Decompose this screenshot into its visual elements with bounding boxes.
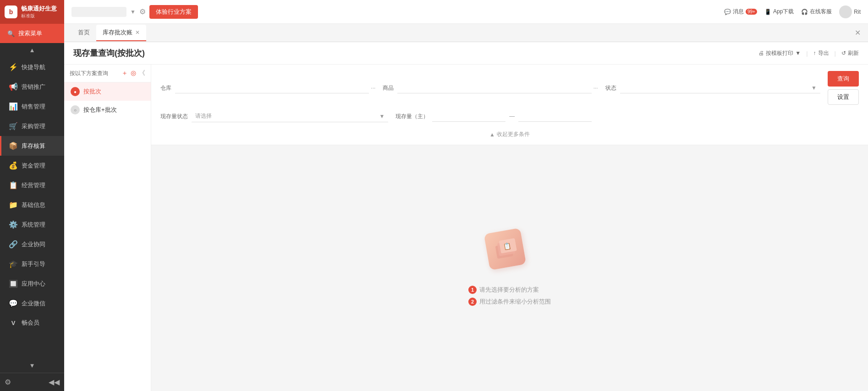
settings-plan-icon[interactable]: ◎	[131, 69, 136, 77]
sidebar-item-newbie[interactable]: 🎓 新手引导	[0, 254, 64, 274]
print-label: 按模板打印	[766, 49, 793, 57]
by-warehouse-batch-label: 按仓库+批次	[83, 106, 117, 114]
topbar-dropdown-icon[interactable]: ▼	[130, 9, 136, 15]
sidebar-scroll-up[interactable]: ▲	[27, 45, 37, 55]
print-dropdown-icon[interactable]: ▼	[795, 50, 801, 56]
sidebar-item-finance-label: 资金管理	[22, 162, 45, 170]
warehouse-input[interactable]	[175, 83, 369, 93]
user-avatar-area[interactable]: Rit	[839, 5, 861, 18]
left-panel-item-by-batch[interactable]: ● 按批次	[64, 82, 151, 101]
empty-icon-inner: 📋	[484, 228, 527, 270]
separator1: |	[806, 50, 808, 57]
page-header: 现存量查询(按批次) 🖨 按模板打印 ▼ | ↑ 导出 | ↺ 刷新	[64, 42, 868, 65]
tip-text-1: 请先选择要分析的方案	[479, 286, 539, 294]
finance-icon: 💰	[9, 161, 18, 170]
tab-batch-account[interactable]: 库存批次账 ✕	[96, 25, 146, 41]
empty-tip-1: 1 请先选择要分析的方案	[468, 286, 551, 294]
warehouse-more[interactable]: ···	[371, 85, 375, 91]
product-input[interactable]	[397, 83, 591, 93]
sidebar-item-finance[interactable]: 💰 资金管理	[0, 156, 64, 175]
sidebar-item-enterprise[interactable]: 🔗 企业协同	[0, 234, 64, 254]
sidebar-item-operations[interactable]: 📋 经营管理	[0, 175, 64, 195]
message-icon: 💬	[724, 9, 731, 15]
left-panel: 按以下方案查询 ＋ ◎ 《 ● 按批次 ○ 按仓库+批次	[64, 65, 151, 391]
tip-num-2: 2	[468, 298, 477, 306]
stock-qty-max-input[interactable]	[518, 111, 592, 122]
sidebar-item-purchase[interactable]: 🛒 采购管理	[0, 116, 64, 136]
query-btn[interactable]: 查询	[828, 71, 859, 87]
add-plan-icon[interactable]: ＋	[121, 69, 128, 77]
topbar-gear-icon[interactable]: ⚙	[139, 7, 146, 16]
app-download-label: App下载	[773, 8, 794, 16]
export-btn[interactable]: ↑ 导出	[813, 49, 829, 57]
status-label: 状态	[605, 84, 616, 92]
sidebar-item-wechat[interactable]: 💬 企业微信	[0, 293, 64, 313]
filter-stock-qty: 现存量（主） —	[396, 111, 623, 122]
sidebar-item-app-center-label: 应用中心	[22, 280, 45, 288]
sidebar: b 畅康通好生意 标准版 🔍 搜索菜单 ▲ ⚡ 快捷导航 📢 营销推广 📊 销售…	[0, 0, 64, 391]
tab-home[interactable]: 首页	[71, 25, 96, 41]
main-body: 按以下方案查询 ＋ ◎ 《 ● 按批次 ○ 按仓库+批次	[64, 65, 868, 391]
online-service-btn[interactable]: 🎧 在线客服	[801, 8, 832, 16]
sidebar-item-marketing[interactable]: 📢 营销推广	[0, 77, 64, 97]
search-icon: 🔍	[7, 30, 15, 37]
app-logo: b	[5, 5, 17, 18]
panel-close-btn[interactable]: ✕	[855, 28, 861, 37]
stock-qty-dash: —	[509, 113, 515, 119]
app-download-btn[interactable]: 📱 App下载	[764, 8, 794, 16]
collapse-sidebar-icon[interactable]: ◀◀	[49, 378, 60, 386]
sidebar-header: b 畅康通好生意 标准版	[0, 0, 64, 24]
left-panel-item-by-warehouse-batch[interactable]: ○ 按仓库+批次	[64, 101, 151, 119]
sidebar-item-enterprise-label: 企业协同	[22, 240, 45, 249]
collapse-panel-icon[interactable]: 《	[139, 69, 145, 77]
stock-status-select[interactable]: 请选择 ▼	[192, 110, 388, 122]
sidebar-nav: ⚡ 快捷导航 📢 营销推广 📊 销售管理 🛒 采购管理 📦 库存核算 💰 资金管…	[0, 57, 64, 358]
page-title: 现存量查询(按批次)	[73, 48, 145, 59]
topbar-search-input[interactable]	[71, 7, 126, 17]
product-more[interactable]: ···	[593, 85, 598, 91]
sidebar-item-basics[interactable]: 📁 基础信息	[0, 195, 64, 215]
refresh-btn[interactable]: ↺ 刷新	[841, 49, 859, 57]
left-panel-actions: ＋ ◎ 《	[121, 69, 145, 77]
sidebar-item-quick-nav[interactable]: ⚡ 快捷导航	[0, 57, 64, 77]
message-badge: 99+	[746, 9, 757, 15]
stock-qty-min-input[interactable]	[432, 111, 505, 122]
app-edition: 标准版	[21, 13, 57, 19]
tab-close-icon[interactable]: ✕	[135, 29, 140, 36]
trial-btn[interactable]: 体验行业方案	[149, 5, 198, 19]
print-icon: 🖨	[758, 50, 764, 56]
sidebar-item-members[interactable]: V 畅会员	[0, 313, 64, 332]
sidebar-item-marketing-label: 营销推广	[22, 83, 45, 91]
by-batch-label: 按批次	[83, 87, 101, 96]
sidebar-item-system[interactable]: ⚙️ 系统管理	[0, 215, 64, 234]
settings-icon[interactable]: ⚙	[5, 378, 11, 386]
content-area: 现存量查询(按批次) 🖨 按模板打印 ▼ | ↑ 导出 | ↺ 刷新	[64, 42, 868, 391]
phone-icon: 📱	[764, 9, 771, 15]
sidebar-item-members-label: 畅会员	[22, 319, 39, 327]
filter-buttons: 查询 设置	[828, 71, 859, 105]
setting-btn[interactable]: 设置	[828, 89, 859, 105]
collapse-icon: ▲	[489, 131, 495, 138]
sidebar-item-sales[interactable]: 📊 销售管理	[0, 97, 64, 116]
export-label: 导出	[818, 49, 829, 57]
print-btn[interactable]: 🖨 按模板打印 ▼	[758, 49, 801, 57]
members-icon: V	[9, 320, 18, 326]
status-select[interactable]: ▼	[620, 83, 820, 93]
online-service-label: 在线客服	[810, 8, 832, 16]
tabbar: 首页 库存批次账 ✕	[64, 24, 868, 42]
sidebar-item-inventory[interactable]: 📦 库存核算	[0, 136, 64, 156]
newbie-icon: 🎓	[9, 260, 18, 268]
collapse-more-btn[interactable]: ▲ 收起更多条件	[160, 128, 859, 138]
quick-nav-icon: ⚡	[9, 63, 18, 71]
sidebar-item-app-center[interactable]: 🔲 应用中心	[0, 274, 64, 293]
filter-row-2: 现存量状态 请选择 ▼ 现存量（主） —	[160, 110, 859, 122]
sidebar-search[interactable]: 🔍 搜索菜单	[0, 24, 64, 43]
enterprise-icon: 🔗	[9, 240, 18, 249]
app-name: 畅康通好生意	[21, 5, 57, 13]
filter-bar: 仓库 ··· 商品 ··· 状态	[151, 65, 868, 145]
tab-home-label: 首页	[78, 28, 90, 37]
sidebar-scroll-down[interactable]: ▼	[27, 360, 37, 371]
messages-btn[interactable]: 💬 消息 99+	[724, 8, 757, 16]
empty-tips: 1 请先选择要分析的方案 2 用过滤条件来缩小分析范围	[468, 286, 551, 306]
refresh-icon: ↺	[841, 50, 846, 56]
